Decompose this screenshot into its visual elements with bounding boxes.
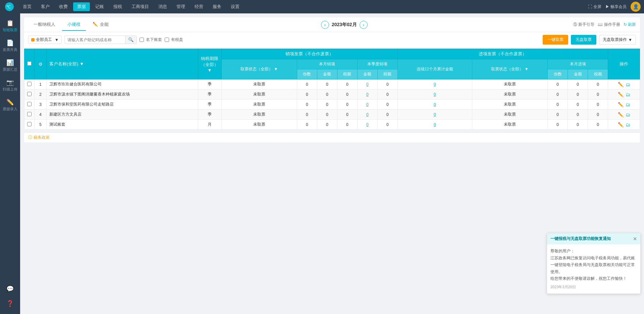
tab-small-scale[interactable]: 小规模 <box>62 19 86 31</box>
app-logo: ℃ <box>3 1 15 13</box>
col-sales-status-header[interactable]: 取票状态（全部） ▼ <box>221 59 297 79</box>
sales-quarter-tax-header: 税额 <box>377 69 397 79</box>
refresh-btn[interactable]: ↻ 刷新 <box>624 22 636 27</box>
notification-date: 2023年3月20日 <box>550 284 637 290</box>
svg-text:℃: ℃ <box>6 5 11 9</box>
edit-action-icon[interactable]: ✏️ <box>618 122 624 127</box>
notification-popup: 一键报税与无盘取票功能恢复通知 ✕ 尊敬的用户：江苏政务网已恢复访问电子税务局功… <box>547 233 641 294</box>
filter-icon: ▼ <box>79 61 84 66</box>
view-action-icon[interactable]: 🗂 <box>626 92 630 97</box>
help-icon: ❓ <box>6 300 14 307</box>
new-guide-btn[interactable]: ⑤ 新手引导 <box>573 22 594 27</box>
nav-fee[interactable]: 收费 <box>55 2 72 11</box>
row-sales-month-count: 0 <box>297 110 317 120</box>
notification-close-btn[interactable]: ✕ <box>633 236 637 242</box>
select-all-checkbox[interactable] <box>27 61 32 66</box>
invoice-entry-icon: ✏️ <box>6 99 14 106</box>
row-income-month-count: 0 <box>548 100 568 110</box>
next-month-btn[interactable]: › <box>360 21 368 29</box>
row-select-checkbox[interactable] <box>27 112 32 116</box>
select-indicator <box>31 38 35 42</box>
row-sales-12month: 0 <box>397 79 472 89</box>
view-action-icon[interactable]: 🗂 <box>626 112 630 117</box>
row-period: 季 <box>198 110 221 120</box>
row-select-checkbox[interactable] <box>27 92 32 96</box>
tax-disk-checkbox-label: 有税盘 <box>165 37 183 43</box>
table-row: 1 卫辉市玖玖健合医药有限公司 季 未取票 0 0 0 0 0 0 未取票 0 … <box>24 79 640 89</box>
edit-action-icon[interactable]: ✏️ <box>618 102 624 107</box>
notification-title: 一键报税与无盘取票功能恢复通知 <box>550 236 611 242</box>
row-select-checkbox[interactable] <box>27 122 32 126</box>
row-index: 3 <box>35 100 47 110</box>
row-select-checkbox[interactable] <box>27 82 32 86</box>
row-income-month-amount: 0 <box>568 120 588 130</box>
one-click-fetch-btn[interactable]: 一键取票 <box>543 35 568 45</box>
row-sales-12month: 0 <box>397 110 472 120</box>
row-sales-status: 未取票 <box>221 120 297 130</box>
view-action-icon[interactable]: 🗂 <box>626 82 630 87</box>
row-income-month-amount: 0 <box>568 79 588 89</box>
nav-tax[interactable]: 报税 <box>109 2 126 11</box>
row-income-status: 未取票 <box>472 79 547 89</box>
customer-search-input[interactable] <box>65 36 125 44</box>
search-button[interactable]: 🔍 <box>125 36 137 44</box>
nav-accounting[interactable]: 记账 <box>91 2 108 11</box>
row-index: 2 <box>35 89 47 100</box>
table-row: 5 测试账套 月 未取票 0 0 0 0 0 0 未取票 0 0 0 ✏️ 🗂 <box>24 120 640 130</box>
col-action-header: 操作 <box>608 49 640 79</box>
nav-operation[interactable]: 经营 <box>191 2 207 11</box>
tab-general-taxpayer[interactable]: 一般纳税人 <box>28 19 61 31</box>
edit-action-icon[interactable]: ✏️ <box>618 112 624 117</box>
edit-action-icon[interactable]: ✏️ <box>618 82 624 87</box>
row-sales-quarter-amount: 0 <box>357 120 377 130</box>
tax-policy-link[interactable]: 税务政策 <box>34 135 50 140</box>
sidebar-item-invoice-entry[interactable]: ✏️ 票据录入 <box>1 96 19 114</box>
nav-settings[interactable]: 设置 <box>227 2 244 11</box>
row-income-month-amount: 0 <box>568 100 588 110</box>
sidebar-item-scan-upload[interactable]: 📷 扫描上传 <box>1 76 19 95</box>
nav-invoice[interactable]: 票据 <box>73 2 90 11</box>
edit-action-icon[interactable]: ✏️ <box>618 92 624 97</box>
diskless-fetch-btn[interactable]: 无盘取票 <box>571 35 596 45</box>
sales-month-amount-header: 金额 <box>317 69 337 79</box>
row-actions: ✏️ 🗂 <box>608 110 640 120</box>
view-action-icon[interactable]: 🗂 <box>626 122 630 127</box>
nav-service[interactable]: 服务 <box>209 2 225 11</box>
sidebar-item-invoice-summary[interactable]: 📊 票据汇总 <box>1 56 19 75</box>
nav-home[interactable]: 首页 <box>19 2 36 11</box>
own-accounts-checkbox[interactable] <box>140 38 144 42</box>
sales-month-count-header: 份数 <box>297 69 317 79</box>
own-accounts-checkbox-label: 名下账套 <box>140 37 162 43</box>
diskless-operations-btn[interactable]: 无盘取票操作 ▼ <box>599 35 636 45</box>
row-actions: ✏️ 🗂 <box>608 89 640 100</box>
prev-month-btn[interactable]: ‹ <box>321 21 329 29</box>
sidebar-item-chat[interactable]: 💬 <box>1 282 19 296</box>
nav-message[interactable]: 消息 <box>154 2 171 11</box>
user-avatar[interactable]: 👤 <box>631 2 641 12</box>
notification-header: 一键报税与无盘取票功能恢复通知 ✕ <box>547 233 640 244</box>
fullscreen-btn[interactable]: ⛶ 全屏 <box>588 4 601 10</box>
sidebar-item-smart-fetch[interactable]: 📋 智能取票 <box>1 17 19 35</box>
col-customer-header[interactable]: 客户名称(全部) ▼ <box>47 49 198 79</box>
manual-btn[interactable]: 📖 操作手册 <box>598 22 620 27</box>
nav-manage[interactable]: 管理 <box>172 2 189 11</box>
sidebar-item-label: 票据录入 <box>3 107 17 112</box>
bottom-bar[interactable]: ⓘ 税务政策 <box>24 132 640 142</box>
nav-business[interactable]: 工商项目 <box>127 2 153 11</box>
row-sales-month-tax: 0 <box>337 120 357 130</box>
member-btn[interactable]: ▶ 畅享会员 <box>605 4 627 10</box>
col-period-header[interactable]: 纳税期限（全部） ▼ <box>198 49 221 79</box>
row-sales-month-count: 0 <box>297 79 317 89</box>
tax-disk-checkbox[interactable] <box>165 38 169 42</box>
view-action-icon[interactable]: 🗂 <box>626 102 630 107</box>
staff-select[interactable]: 全部员工 ▼ <box>28 36 62 44</box>
row-select-checkbox[interactable] <box>27 102 32 106</box>
tab-all-capable[interactable]: ✏️ 全能 <box>87 19 114 31</box>
sidebar-item-invoice-open[interactable]: 📄 发票开具 <box>1 37 19 55</box>
row-income-status: 未取票 <box>472 89 547 100</box>
sidebar-item-help[interactable]: ❓ <box>1 297 19 311</box>
row-period: 季 <box>198 100 221 110</box>
col-income-status-header[interactable]: 取票状态（全部） ▼ <box>472 59 547 79</box>
row-period: 季 <box>198 79 221 89</box>
nav-customer[interactable]: 客户 <box>37 2 54 11</box>
